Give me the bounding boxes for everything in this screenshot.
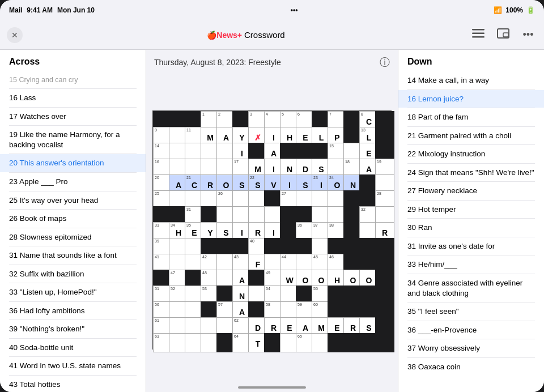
- crossword-title: Thursday, August 8, 2023: Freestyle: [154, 58, 281, 67]
- clue-across-16[interactable]: 16 Lass: [0, 89, 146, 107]
- clue-across-25[interactable]: 25 It's way over your head: [0, 191, 146, 210]
- clue-down-14[interactable]: 14 Make a call, in a way: [398, 71, 544, 90]
- clue-down-22[interactable]: 22 Mixology instruction: [398, 145, 544, 163]
- clue-down-31[interactable]: 31 Invite as one's date for: [398, 237, 544, 255]
- clue-text: Crying and can cry: [19, 76, 78, 84]
- close-icon: ✕: [11, 31, 18, 40]
- clue-across-28[interactable]: 28 Slowness epitomized: [0, 228, 146, 246]
- crossword-header: Thursday, August 8, 2023: Freestyle ⓘ: [152, 56, 392, 69]
- clue-num: 15: [9, 76, 17, 84]
- clue-down-35[interactable]: 35 "I feel seen": [398, 302, 544, 321]
- svg-rect-4: [503, 33, 508, 37]
- ellipsis-icon: •••: [523, 29, 534, 41]
- picture-in-picture-button[interactable]: [494, 26, 512, 44]
- clue-down-21[interactable]: 21 Garment paired with a choli: [398, 127, 544, 145]
- toolbar-left: ✕: [7, 27, 23, 43]
- cell-r15c15[interactable]: [375, 333, 394, 352]
- clue-across-43[interactable]: 43 Total hotties: [0, 376, 146, 392]
- battery-label: 100%: [505, 6, 523, 14]
- clue-down-34[interactable]: 34 Genre associated with eyeliner and bl…: [398, 274, 544, 302]
- status-center: •••: [291, 6, 298, 14]
- list-view-button[interactable]: [469, 26, 487, 44]
- home-bar: [238, 386, 306, 389]
- clue-across-19[interactable]: 19 Like the name Harmony, for a backing …: [0, 126, 146, 154]
- svg-rect-0: [472, 29, 484, 31]
- clue-across-31[interactable]: 31 Name that sounds like a font: [0, 246, 146, 265]
- clue-down-16[interactable]: 16 Lemon juice?: [398, 90, 544, 108]
- clue-down-38[interactable]: 38 Oaxaca coin: [398, 358, 544, 376]
- toolbar-center: 🍎News+ Crossword: [207, 30, 284, 40]
- clue-across-41[interactable]: 41 Word in two U.S. state names: [0, 357, 146, 375]
- clue-across-39[interactable]: 39 "Nothing's broken!": [0, 320, 146, 338]
- clue-across-20[interactable]: 20 This answer's orientation: [0, 154, 146, 172]
- clue-down-37[interactable]: 37 Worry obsessively: [398, 339, 544, 357]
- clue-down-27[interactable]: 27 Flowery necklace: [398, 182, 544, 200]
- crossword-label: Crossword: [244, 30, 285, 40]
- across-header: Across: [0, 50, 146, 71]
- toolbar: ✕ 🍎News+ Crossword: [0, 20, 544, 50]
- clue-across-26[interactable]: 26 Book of maps: [0, 210, 146, 228]
- clue-across-15[interactable]: 15 Crying and can cry: [0, 71, 146, 88]
- down-header: Down: [398, 50, 544, 71]
- crossword-area: Thursday, August 8, 2023: Freestyle ⓘ 1 …: [146, 50, 398, 392]
- clue-across-33[interactable]: 33 "Listen up, HomePod!": [0, 283, 146, 301]
- news-logo: 🍎News+: [207, 31, 242, 40]
- sidebar-down: Down 14 Make a call, in a way 16 Lemon j…: [398, 50, 544, 392]
- list-icon: [472, 28, 484, 41]
- svg-rect-2: [472, 36, 484, 38]
- clue-down-18[interactable]: 18 Part of the fam: [398, 108, 544, 126]
- date-label: Mon Jun 10: [57, 6, 95, 14]
- picture-icon: [497, 28, 509, 41]
- battery-icon: 🔋: [526, 6, 535, 14]
- status-bar: Mail 9:41 AM Mon Jun 10 ••• 📶 100% 🔋: [0, 0, 544, 20]
- clue-across-36[interactable]: 36 Had lofty ambitions: [0, 302, 146, 320]
- ipad-frame: Mail 9:41 AM Mon Jun 10 ••• 📶 100% 🔋 ✕ 🍎…: [0, 0, 544, 392]
- more-options-button[interactable]: •••: [519, 26, 537, 44]
- clue-down-24[interactable]: 24 Sign that means "Shh! We're live!": [398, 164, 544, 182]
- sidebar-across: Across 15 Crying and can cry 16 Lass 17 …: [0, 50, 146, 392]
- wifi-icon: 📶: [494, 6, 502, 14]
- status-right: 📶 100% 🔋: [494, 6, 535, 14]
- clue-down-29[interactable]: 29 Hot temper: [398, 201, 544, 219]
- info-icon[interactable]: ⓘ: [380, 56, 390, 69]
- crossword-grid[interactable]: 1 2 3 4 5 6 7 8C 9 11 M: [152, 110, 392, 350]
- dots-indicator: •••: [291, 6, 298, 14]
- clue-across-23[interactable]: 23 Apple ___ Pro: [0, 173, 146, 191]
- svg-rect-1: [472, 33, 484, 35]
- time-label: 9:41 AM: [27, 6, 53, 14]
- clue-down-33[interactable]: 33 He/him/___: [398, 255, 544, 274]
- grid-container: 1 2 3 4 5 6 7 8C 9 11 M: [152, 74, 392, 386]
- clue-across-40[interactable]: 40 Soda-bottle unit: [0, 339, 146, 357]
- clue-down-36[interactable]: 36 ___-en-Provence: [398, 321, 544, 339]
- main-content: Across 15 Crying and can cry 16 Lass 17 …: [0, 50, 544, 392]
- status-left: Mail 9:41 AM Mon Jun 10: [9, 6, 95, 14]
- clue-across-17[interactable]: 17 Watches over: [0, 108, 146, 126]
- close-button[interactable]: ✕: [7, 27, 23, 43]
- clue-across-32[interactable]: 32 Suffix with bazillion: [0, 265, 146, 283]
- mail-label: Mail: [9, 6, 22, 14]
- clue-down-30[interactable]: 30 Ran: [398, 219, 544, 237]
- toolbar-right: •••: [469, 26, 537, 44]
